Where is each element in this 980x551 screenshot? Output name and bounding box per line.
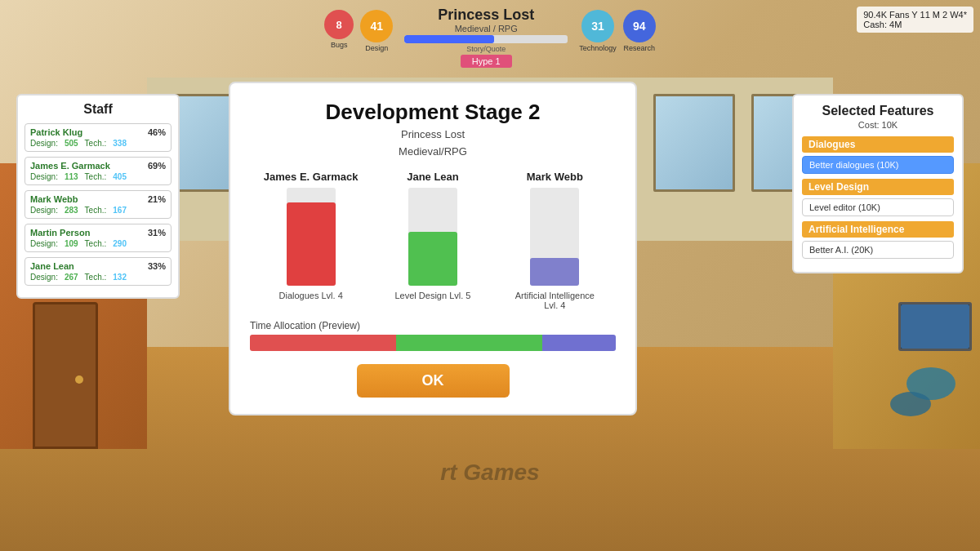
staff-pct-1: 69% <box>148 161 166 171</box>
features-panel: Selected Features Cost: 10K Dialogues Be… <box>792 94 964 273</box>
hype-badge: Hype 1 <box>461 55 512 68</box>
stats-info: 90.4K Fans Y 11 M 2 W4* Cash: 4M <box>857 7 973 33</box>
staff-design-val-3: 109 <box>65 239 78 248</box>
bugs-group: 8 Bugs <box>324 10 354 49</box>
staff-design-label-4: Design: <box>30 273 58 282</box>
staff-item-3: 31% Martin Person Design: 109 Tech.: 290 <box>24 224 172 252</box>
ok-btn-container: OK <box>250 364 616 398</box>
dialog-title: Development Stage 2 <box>250 100 616 125</box>
game-genre: Medieval / RPG <box>404 24 568 33</box>
design-group: 41 Design <box>360 10 393 52</box>
staff-tech-val-0: 338 <box>113 139 127 148</box>
game-ui-bar: 8 Bugs 41 Design Princess Lost Medieval … <box>0 7 980 69</box>
staff-tech-label-3: Tech.: <box>85 239 107 248</box>
worker-bar-fill-2 <box>530 258 579 286</box>
game-title: Princess Lost <box>404 7 568 24</box>
staff-tech-val-1: 405 <box>113 172 127 181</box>
staff-panel-title: Staff <box>24 102 172 117</box>
ok-button[interactable]: OK <box>357 364 510 398</box>
staff-design-val-2: 283 <box>65 206 78 215</box>
features-cost: Cost: 10K <box>802 120 954 130</box>
bugs-bubble: 8 <box>324 10 354 39</box>
progress-fill <box>404 35 494 43</box>
staff-pct-4: 33% <box>148 261 166 271</box>
worker-bar-bg-0 <box>287 188 336 286</box>
bugs-label: Bugs <box>331 41 348 49</box>
title-center-group: Princess Lost Medieval / RPG Story/Quote… <box>404 7 568 69</box>
staff-tech-label-2: Tech.: <box>85 206 107 215</box>
staff-tech-val-4: 132 <box>113 273 127 282</box>
staff-pct-0: 46% <box>148 127 166 137</box>
staff-design-label-1: Design: <box>30 172 58 181</box>
worker-name-0: James E. Garmack <box>258 171 364 183</box>
feature-item-0-0[interactable]: Better dialogues (10K) <box>802 156 954 174</box>
staff-item-1: 69% James E. Garmack Design: 113 Tech.: … <box>24 157 172 185</box>
progress-bar <box>404 35 568 43</box>
staff-name-3: Martin Person <box>30 228 166 238</box>
dialog-genre: Medieval/RPG <box>250 145 616 158</box>
time-seg-blue <box>542 335 616 351</box>
feature-item-1-0[interactable]: Level editor (10K) <box>802 198 954 216</box>
development-stage-dialog: Development Stage 2 Princess Lost Mediev… <box>229 82 637 415</box>
worker-label-0: Dialogues Lvl. 4 <box>258 291 364 300</box>
feature-category-1: Level Design <box>802 179 954 195</box>
staff-design-label-2: Design: <box>30 206 58 215</box>
staff-panel: Staff 46% Patrick Klug Design: 505 Tech.… <box>16 94 180 299</box>
staff-pct-3: 31% <box>148 228 166 238</box>
feature-item-2-0[interactable]: Better A.I. (20K) <box>802 241 954 259</box>
worker-bar-bg-1 <box>408 188 457 286</box>
staff-design-label-0: Design: <box>30 139 58 148</box>
window-far-right3 <box>653 94 735 192</box>
staff-item-0: 46% Patrick Klug Design: 505 Tech.: 338 <box>24 123 172 152</box>
ottoman2 <box>890 392 931 416</box>
door-knob <box>75 375 83 384</box>
staff-tech-label-1: Tech.: <box>85 172 107 181</box>
feature-category-0: Dialogues <box>802 136 954 153</box>
time-alloc-label: Time Allocation (Preview) <box>250 320 616 331</box>
company-name: rt Games <box>440 460 539 486</box>
worker-label-2: Artificial IntelligenceLvl. 4 <box>501 291 608 310</box>
story-quote: Story/Quote <box>404 45 568 53</box>
workers-row: James E. Garmack Dialogues Lvl. 4 Jane L… <box>250 171 616 310</box>
staff-design-val-1: 113 <box>65 172 78 181</box>
time-alloc-section: Time Allocation (Preview) <box>250 320 616 351</box>
worker-name-2: Mark Webb <box>501 171 608 183</box>
worker-bar-container-1 <box>380 188 486 286</box>
dialog-game-name: Princess Lost <box>250 128 616 140</box>
worker-bar-container-0 <box>258 188 364 286</box>
staff-name-1: James E. Garmack <box>30 161 166 171</box>
worker-name-1: Jane Lean <box>380 171 486 183</box>
worker-col-2: Mark Webb Artificial IntelligenceLvl. 4 <box>501 171 608 310</box>
research-bubble: 94 <box>623 10 656 42</box>
staff-tech-val-3: 290 <box>113 239 127 248</box>
worker-bar-bg-2 <box>530 188 579 286</box>
tech-group: 31 Technology <box>579 10 617 52</box>
worker-col-0: James E. Garmack Dialogues Lvl. 4 <box>258 171 364 310</box>
time-seg-red <box>250 335 396 351</box>
worker-label-1: Level Design Lvl. 5 <box>380 291 486 300</box>
worker-bar-container-2 <box>501 188 608 286</box>
tv-monitor <box>898 302 972 351</box>
research-label: Research <box>624 44 656 52</box>
staff-tech-label-0: Tech.: <box>85 139 107 148</box>
staff-design-val-4: 267 <box>65 273 78 282</box>
staff-name-0: Patrick Klug <box>30 127 166 137</box>
tech-label: Technology <box>579 44 617 52</box>
features-title: Selected Features <box>802 104 954 118</box>
worker-bar-fill-1 <box>408 232 457 286</box>
research-group: 94 Research <box>623 10 656 52</box>
cash-stat: Cash: 4M <box>863 20 967 29</box>
door <box>33 302 98 449</box>
staff-tech-val-2: 167 <box>113 206 127 215</box>
time-seg-green <box>396 335 542 351</box>
fans-stat: 90.4K Fans Y 11 M 2 W4* <box>863 10 967 20</box>
staff-item-4: 33% Jane Lean Design: 267 Tech.: 132 <box>24 257 172 286</box>
time-alloc-bar <box>250 335 616 351</box>
staff-design-val-0: 505 <box>65 139 78 148</box>
worker-col-1: Jane Lean Level Design Lvl. 5 <box>380 171 486 310</box>
design-bubble: 41 <box>360 10 393 42</box>
tech-bubble: 31 <box>581 10 614 42</box>
worker-bar-fill-0 <box>287 202 336 286</box>
staff-name-2: Mark Webb <box>30 194 166 204</box>
staff-pct-2: 21% <box>148 194 166 204</box>
